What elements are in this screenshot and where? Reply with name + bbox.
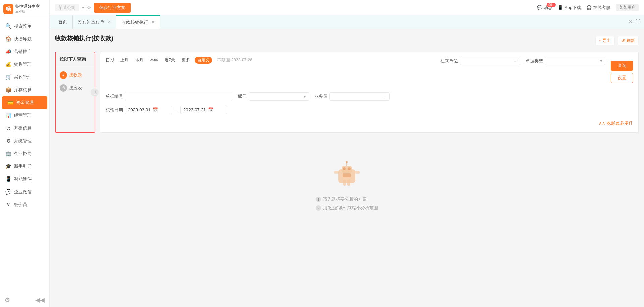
online-service-button[interactable]: 🎧 在线客服 bbox=[586, 5, 610, 11]
sidebar-label-system: 系统管理 bbox=[14, 138, 32, 144]
staff-dots[interactable]: ··· bbox=[383, 94, 387, 99]
doc-no-input[interactable] bbox=[125, 92, 232, 101]
collapse-up-icon: ∧∧ bbox=[599, 121, 605, 126]
basic-icon: 🗂 bbox=[5, 125, 11, 131]
sidebar-item-system[interactable]: ⚙ 系统管理 bbox=[0, 135, 49, 147]
industry-plan-button[interactable]: 休验行业方案 bbox=[94, 3, 131, 13]
close-window-icon[interactable]: ✕ bbox=[628, 19, 633, 25]
counterpart-input[interactable]: ··· bbox=[460, 57, 520, 65]
verify-date-end-value: 2023-07-21 bbox=[183, 107, 206, 112]
tab-collection[interactable]: 收款核销执行 ✕ bbox=[116, 15, 160, 29]
service-icon: 🎧 bbox=[586, 5, 592, 10]
empty-tips: 1 请先选择要分析的方案 2 用[过滤]条件来缩小分析范围 bbox=[316, 195, 378, 212]
filter-option-receivable-label: 按应收 bbox=[69, 85, 82, 91]
sidebar-item-guide[interactable]: 🎓 新手引导 bbox=[0, 160, 49, 173]
collapse-row: ∧∧ 收起更多条件 bbox=[106, 117, 633, 127]
sidebar-item-member[interactable]: V 畅会员 bbox=[0, 198, 49, 211]
sidebar-label-sales: 销售管理 bbox=[14, 61, 32, 67]
staff-label: 业务员 bbox=[314, 93, 327, 99]
svg-rect-7 bbox=[355, 171, 360, 174]
quicknav-icon: 🏠 bbox=[5, 36, 11, 42]
receivable-filter-icon: ⏱ bbox=[60, 84, 67, 92]
robot-illustration bbox=[330, 159, 364, 190]
date-label: 日期 bbox=[106, 57, 116, 63]
verify-date-start-input[interactable]: 2023-03-01 📅 bbox=[125, 106, 172, 114]
sidebar-item-wechat[interactable]: 💬 企业微信 bbox=[0, 186, 49, 198]
date-range-text: 不限 至 2023-07-26 bbox=[217, 57, 252, 63]
staff-input[interactable]: ··· bbox=[329, 92, 390, 101]
tip-num-1: 1 bbox=[316, 197, 321, 202]
sidebar-item-search[interactable]: 🔍 搜索菜单 bbox=[0, 20, 49, 33]
dept-select[interactable]: ▾ bbox=[249, 92, 309, 101]
collapse-more-button[interactable]: ∧∧ 收起更多条件 bbox=[599, 119, 633, 127]
tabbar-actions: ✕ ⛶ bbox=[628, 19, 641, 25]
member-icon: V bbox=[5, 202, 11, 207]
tab-prepay[interactable]: 预付冲应付单 ✕ bbox=[73, 15, 116, 29]
date-option-more[interactable]: 更多 bbox=[180, 57, 192, 64]
filter-option-collection[interactable]: ¥ 按收款 bbox=[56, 69, 95, 82]
verify-date-end-cal-icon[interactable]: 📅 bbox=[208, 107, 213, 112]
tab-collection-close[interactable]: ✕ bbox=[151, 20, 154, 24]
sidebar-item-quicknav[interactable]: 🏠 快捷导航 bbox=[0, 33, 49, 45]
finance-icon: 💳 bbox=[7, 100, 13, 106]
search-icon: 🔍 bbox=[5, 23, 11, 29]
tab-home[interactable]: 首页 bbox=[53, 15, 73, 29]
app-icon: 📱 bbox=[558, 5, 563, 10]
date-option-7days[interactable]: 近7天 bbox=[163, 57, 177, 64]
sidebar-item-enterprise[interactable]: 🏢 企业协同 bbox=[0, 147, 49, 160]
sidebar-item-marketing[interactable]: 📣 营销推广 bbox=[0, 45, 49, 58]
collection-filter-icon: ¥ bbox=[60, 71, 67, 79]
svg-point-2 bbox=[343, 167, 346, 170]
inventory-icon: 📦 bbox=[5, 87, 11, 93]
sidebar-item-hardware[interactable]: 📱 智能硬件 bbox=[0, 173, 49, 186]
sidebar-item-finance[interactable]: 💳 资金管理 bbox=[2, 96, 47, 109]
doc-type-label: 单据类型 bbox=[526, 58, 543, 64]
content-area: 收款核销执行(按收款) ↑ 导出 ↺ 刷新 按以下方查询 bbox=[50, 29, 644, 307]
export-button[interactable]: ↑ 导出 bbox=[595, 36, 615, 45]
topbar-gear-icon[interactable]: ⚙ bbox=[87, 4, 91, 11]
doc-no-row: 单据编号 部门 ▾ 业务员 bbox=[106, 92, 633, 101]
message-button[interactable]: 💬 消息 99+ bbox=[537, 5, 552, 11]
tabbar: 首页 预付冲应付单 ✕ 收款核销执行 ✕ ✕ ⛶ bbox=[50, 15, 644, 29]
doc-type-select[interactable]: ▾ bbox=[545, 57, 605, 65]
svg-rect-5 bbox=[347, 180, 350, 186]
sidebar-label-purchase: 采购管理 bbox=[14, 74, 32, 80]
sidebar-item-operation[interactable]: 📊 经营管理 bbox=[0, 109, 49, 122]
verify-date-start-cal-icon[interactable]: 📅 bbox=[153, 107, 158, 112]
sidebar-label-enterprise: 企业协同 bbox=[14, 151, 32, 157]
date-option-this-month[interactable]: 本月 bbox=[133, 57, 145, 64]
app-label: App下载 bbox=[565, 5, 581, 11]
dept-label: 部门 bbox=[238, 93, 247, 99]
date-option-this-year[interactable]: 本年 bbox=[148, 57, 160, 64]
expand-window-icon[interactable]: ⛶ bbox=[635, 19, 641, 25]
svg-rect-6 bbox=[334, 171, 339, 174]
sidebar-item-basic[interactable]: 🗂 基础信息 bbox=[0, 122, 49, 135]
collapse-sidebar-icon[interactable]: ◀◀ bbox=[35, 296, 45, 304]
robot-svg bbox=[330, 159, 364, 190]
sidebar-label-quicknav: 快捷导航 bbox=[14, 36, 32, 42]
app-download-button[interactable]: 📱 App下载 bbox=[558, 5, 581, 11]
date-option-custom[interactable]: 自定义 bbox=[195, 57, 212, 64]
sidebar-item-inventory[interactable]: 📦 库存核算 bbox=[0, 84, 49, 96]
query-button[interactable]: 查询 bbox=[611, 61, 633, 71]
collapse-label: 收起更多条件 bbox=[607, 120, 633, 126]
refresh-button[interactable]: ↺ 刷新 bbox=[618, 36, 639, 45]
filter-sidebar-toggle[interactable]: 《 bbox=[91, 88, 99, 96]
settings-button[interactable]: 设置 bbox=[611, 73, 633, 83]
svg-rect-8 bbox=[343, 173, 351, 177]
settings-bottom-icon[interactable]: ⚙ bbox=[5, 296, 10, 304]
sidebar-label-guide: 新手引导 bbox=[14, 163, 32, 169]
verify-date-field: 核销日期 2023-03-01 📅 — 2023-07-21 📅 bbox=[106, 106, 227, 114]
filter-option-receivable[interactable]: ⏱ 按应收 bbox=[56, 82, 95, 94]
topbar-dropdown-arrow[interactable]: ▾ bbox=[82, 5, 84, 10]
doc-no-field: 单据编号 bbox=[106, 92, 232, 101]
verify-date-end-input[interactable]: 2023-07-21 📅 bbox=[180, 106, 227, 114]
sidebar-item-purchase[interactable]: 🛒 采购管理 bbox=[0, 71, 49, 84]
user-avatar[interactable]: 某某用户 bbox=[616, 4, 639, 11]
counterpart-dots[interactable]: ··· bbox=[514, 58, 517, 63]
sidebar-item-sales[interactable]: 💰 销售管理 bbox=[0, 58, 49, 71]
tip-item-2: 2 用[过滤]条件来缩小分析范围 bbox=[316, 204, 378, 212]
date-option-last-month[interactable]: 上月 bbox=[118, 57, 130, 64]
svg-point-3 bbox=[348, 167, 351, 170]
tab-prepay-close[interactable]: ✕ bbox=[108, 20, 111, 24]
